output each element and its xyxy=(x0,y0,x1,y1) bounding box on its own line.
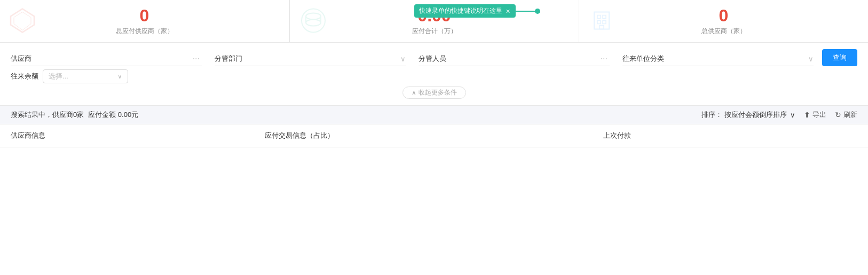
tooltip-dot xyxy=(535,9,540,14)
export-icon: ⬆ xyxy=(804,111,810,119)
dept-arrow[interactable]: ∨ xyxy=(400,55,406,63)
sort-label: 排序： xyxy=(701,110,722,120)
supplier-dots[interactable]: ··· xyxy=(191,54,202,64)
total-supplier-count: 0 xyxy=(719,6,729,25)
refresh-button[interactable]: ↻ 刷新 xyxy=(835,110,857,120)
balance-label: 往来余额 xyxy=(11,72,38,81)
category-label: 往来单位分类 xyxy=(622,54,668,64)
svg-rect-12 xyxy=(599,25,604,29)
export-label: 导出 xyxy=(812,110,826,120)
supplier-input[interactable] xyxy=(36,55,191,63)
collapse-label: 收起更多条件 xyxy=(419,88,457,97)
result-info: 搜索结果中，供应商0家 xyxy=(11,110,84,120)
svg-point-2 xyxy=(302,9,325,32)
tooltip-close[interactable]: × xyxy=(506,7,510,15)
coin-icon xyxy=(299,6,327,34)
chevron-up-icon: ∧ xyxy=(412,89,416,97)
refresh-label: 刷新 xyxy=(843,110,857,120)
svg-rect-10 xyxy=(597,20,601,23)
person-input[interactable] xyxy=(451,55,598,63)
person-dots[interactable]: ··· xyxy=(598,54,610,64)
tooltip-text: 快速录单的快捷键说明在这里 xyxy=(419,6,502,15)
refresh-icon: ↻ xyxy=(835,111,841,119)
dept-label: 分管部门 xyxy=(215,54,247,64)
svg-rect-11 xyxy=(603,20,606,23)
stat-total-payable: 0 总应付供应商（家） xyxy=(0,0,289,42)
category-arrow[interactable]: ∨ xyxy=(808,55,814,63)
query-button[interactable]: 查询 xyxy=(822,49,857,66)
supplier-label: 供应商 xyxy=(11,54,36,64)
svg-point-6 xyxy=(306,19,321,26)
svg-marker-0 xyxy=(11,9,34,32)
export-button[interactable]: ⬆ 导出 xyxy=(804,110,826,120)
balance-placeholder: 选择... xyxy=(49,72,117,81)
search-area: 供应商 ··· 分管部门 ∨ 分管人员 ··· 往来单位分类 ∨ 查询 xyxy=(0,43,868,106)
table-header: 供应商信息 应付交易信息（占比） 上次付款 xyxy=(0,124,868,147)
result-actions: 排序： 按应付会额倒序排序 ∨ ⬆ 导出 ↻ 刷新 xyxy=(701,110,857,120)
svg-rect-9 xyxy=(603,15,606,18)
collapse-row: ∧ 收起更多条件 xyxy=(11,83,857,99)
diamond-icon xyxy=(10,7,35,33)
person-label: 分管人员 xyxy=(419,54,451,64)
svg-rect-8 xyxy=(597,15,601,18)
svg-point-3 xyxy=(306,13,321,19)
payable-supplier-label: 总应付供应商（家） xyxy=(116,27,173,36)
result-bar: 搜索结果中，供应商0家 应付金额 0.00元 排序： 按应付会额倒序排序 ∨ ⬆… xyxy=(0,106,868,124)
building-icon xyxy=(589,7,614,33)
stat-payable-total: 0.00 应付合计（万） 快速录单的快捷键说明在这里 × xyxy=(289,0,579,42)
stats-bar: 0 总应付供应商（家） 0.00 应付合计（万） 快速录单的快捷键说明在这里 × xyxy=(0,0,868,43)
payable-amount-label: 应付合计（万） xyxy=(412,27,457,36)
balance-arrow: ∨ xyxy=(117,73,122,80)
sort-arrow-icon: ∨ xyxy=(790,111,795,119)
collapse-button[interactable]: ∧ 收起更多条件 xyxy=(403,87,466,99)
payable-supplier-count: 0 xyxy=(140,6,149,25)
table-body xyxy=(0,147,868,275)
total-supplier-label: 总供应商（家） xyxy=(701,27,746,36)
sort-value: 按应付会额倒序排序 xyxy=(724,110,787,120)
shortcut-tooltip: 快速录单的快捷键说明在这里 × xyxy=(414,4,515,18)
category-input[interactable] xyxy=(668,55,808,63)
svg-rect-7 xyxy=(594,12,609,29)
svg-marker-1 xyxy=(14,12,31,30)
balance-select[interactable]: 选择... ∨ xyxy=(43,69,128,83)
dept-input[interactable] xyxy=(247,55,400,63)
col-lastpay-header: 上次付款 xyxy=(603,131,857,140)
stat-total-suppliers: 0 总供应商（家） xyxy=(579,0,868,42)
col-transaction-header: 应付交易信息（占比） xyxy=(265,131,603,140)
result-amount: 应付金额 0.00元 xyxy=(88,110,138,120)
col-supplier-header: 供应商信息 xyxy=(11,131,265,140)
sort-select[interactable]: 排序： 按应付会额倒序排序 ∨ xyxy=(701,110,795,120)
